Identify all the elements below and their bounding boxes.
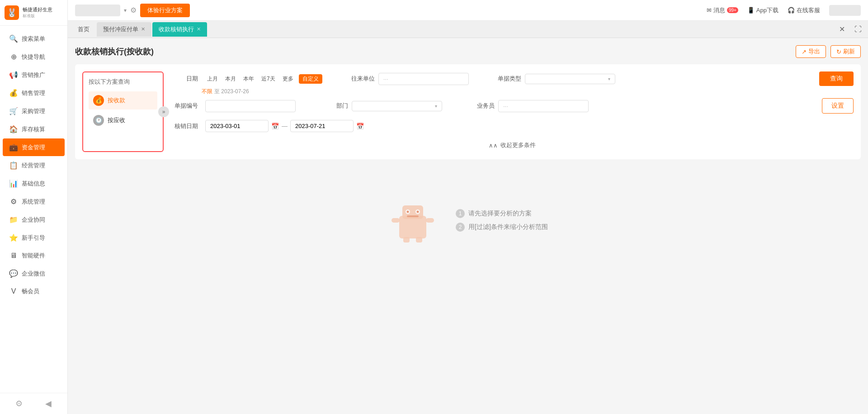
order-number-input[interactable] — [205, 100, 296, 112]
empty-illustration — [388, 195, 438, 245]
order-type-select[interactable]: ▾ — [525, 74, 615, 84]
sidebar-item-quicknav-label: 快捷导航 — [22, 53, 45, 61]
topbar-dropdown-arrow[interactable]: ▾ — [124, 7, 127, 14]
tab-fullscreen-btn[interactable]: ⛶ — [852, 23, 864, 36]
writeoff-end-input[interactable] — [290, 120, 354, 132]
counterpart-group: 往来单位 ··· — [348, 73, 469, 85]
department-select[interactable]: ▾ — [352, 101, 442, 111]
sidebar-collapse-btn[interactable]: ◀ — [42, 397, 55, 410]
settings-button[interactable]: 设置 — [822, 98, 854, 114]
receivable-option-icon: 🕐 — [93, 115, 104, 126]
sidebar-item-operation-label: 经营管理 — [22, 162, 45, 170]
sidebar-item-inventory[interactable]: 🏠 库存核算 — [3, 120, 65, 138]
svg-rect-9 — [403, 237, 410, 243]
sidebar-bottom: ⚙ ◀ — [0, 393, 67, 414]
date-this-month-btn[interactable]: 本月 — [223, 74, 238, 84]
tab-receivable-close[interactable]: ✕ — [197, 26, 201, 32]
date-label: 日期 — [171, 75, 198, 83]
filter-option-receipt-label: 按收款 — [108, 96, 125, 105]
empty-hint-2: 2 用[过滤]条件来缩小分析范围 — [456, 223, 548, 232]
filter-sidebar: 按以下方案查询 💰 按收款 🕐 按应收 » — [82, 71, 164, 152]
filter-option-by-receivable[interactable]: 🕐 按应收 — [89, 111, 157, 129]
refresh-icon: ↻ — [836, 48, 841, 55]
filter-option-by-receipt[interactable]: 💰 按收款 — [89, 91, 157, 109]
filter-sidebar-collapse-btn[interactable]: » — [158, 106, 169, 117]
empty-hint-1: 1 请先选择要分析的方案 — [456, 209, 548, 218]
empty-number-2: 2 — [456, 223, 465, 232]
sidebar-item-basic[interactable]: 📊 基础信息 — [3, 175, 65, 192]
sidebar-item-sales[interactable]: 💰 销售管理 — [3, 84, 65, 102]
page-header: 收款核销执行(按收款) ↗ 导出 ↻ 刷新 — [75, 45, 861, 58]
date-to-text: 至 2023-07-26 — [214, 88, 249, 95]
hardware-icon: 🖥 — [9, 252, 18, 260]
page-content: 收款核销执行(按收款) ↗ 导出 ↻ 刷新 按以下方案查询 💰 按收款 — [68, 38, 868, 414]
sidebar-item-finance[interactable]: 💼 资金管理 — [3, 138, 65, 156]
sidebar-item-system-label: 系统管理 — [22, 198, 45, 206]
writeoff-end-cal-icon[interactable]: 📅 — [356, 123, 364, 130]
sidebar-item-vip[interactable]: V 畅会员 — [3, 283, 65, 300]
tab-prepay-close[interactable]: ✕ — [141, 26, 145, 32]
sidebar-item-enterprise-label: 企业协同 — [22, 216, 45, 224]
tab-close-all-btn[interactable]: ✕ — [835, 23, 848, 36]
sidebar-item-purchase[interactable]: 🛒 采购管理 — [3, 102, 65, 120]
sidebar-item-hardware[interactable]: 🖥 智能硬件 — [3, 247, 65, 264]
message-label: 消息 — [713, 6, 725, 14]
query-button[interactable]: 查询 — [819, 71, 854, 86]
department-arrow: ▾ — [435, 104, 437, 109]
date-last-month-btn[interactable]: 上月 — [205, 74, 220, 84]
page-title: 收款核销执行(按收款) — [75, 46, 154, 57]
tab-prepay[interactable]: 预付冲应付单 ✕ — [97, 22, 151, 37]
logo-text: 畅捷通好生意 — [23, 6, 52, 13]
salesperson-select[interactable]: ··· — [498, 100, 589, 112]
date-group: 上月 本月 本年 近7天 更多 自定义 — [205, 74, 322, 84]
date-custom-btn[interactable]: 自定义 — [299, 74, 322, 84]
writeoff-start-input[interactable] — [205, 120, 269, 132]
writeoff-start-cal-icon[interactable]: 📅 — [271, 123, 279, 130]
writeoff-date-group: 📅 — 📅 — [205, 120, 364, 132]
counterpart-label: 往来单位 — [348, 75, 375, 83]
sidebar-settings-btn[interactable]: ⚙ — [12, 397, 26, 410]
order-type-label: 单据类型 — [494, 75, 521, 83]
system-icon: ⚙ — [9, 197, 18, 206]
collapse-more-label: 收起更多条件 — [500, 141, 536, 149]
app-download-btn[interactable]: 📱 App下载 — [747, 6, 778, 14]
filter-row-2: 单据编号 部门 ▾ 业务员 ··· — [171, 98, 854, 114]
topbar-settings-icon[interactable]: ⚙ — [130, 6, 137, 14]
counterpart-select[interactable]: ··· — [378, 73, 469, 85]
logo-icon: 🐰 — [5, 5, 19, 20]
sidebar-item-operation[interactable]: 📋 经营管理 — [3, 157, 65, 174]
date-this-year-btn[interactable]: 本年 — [241, 74, 256, 84]
sidebar-item-finance-label: 资金管理 — [22, 143, 45, 152]
wechat-icon: 💬 — [9, 269, 18, 278]
refresh-button[interactable]: ↻ 刷新 — [830, 45, 861, 58]
online-service-btn[interactable]: 🎧 在线客服 — [788, 6, 820, 14]
sidebar-item-system[interactable]: ⚙ 系统管理 — [3, 193, 65, 210]
sidebar-item-enterprise[interactable]: 📁 企业协同 — [3, 211, 65, 228]
sidebar-item-guide[interactable]: ⭐ 新手引导 — [3, 229, 65, 247]
writeoff-date-label: 核销日期 — [171, 122, 198, 130]
svg-rect-8 — [426, 218, 434, 223]
enterprise-icon: 📁 — [9, 215, 18, 224]
sidebar-item-wechat[interactable]: 💬 企业微信 — [3, 265, 65, 282]
date-7days-btn[interactable]: 近7天 — [259, 74, 277, 84]
sidebar-item-quicknav[interactable]: ⊕ 快捷导航 — [3, 48, 65, 66]
main-area: ▾ ⚙ 体验行业方案 ✉ 消息 99+ 📱 App下载 🎧 在线客服 首页 — [68, 0, 868, 414]
tab-home[interactable]: 首页 — [71, 22, 96, 37]
empty-svg — [388, 195, 438, 245]
sales-icon: 💰 — [9, 89, 18, 97]
filter-row-1: 日期 上月 本月 本年 近7天 更多 自定义 往来单位 ··· — [171, 71, 854, 86]
collapse-more-btn[interactable]: ∧∧ 收起更多条件 — [171, 138, 854, 152]
svg-rect-10 — [416, 237, 422, 243]
app-icon: 📱 — [747, 7, 755, 14]
sidebar-item-search[interactable]: 🔍 搜索菜单 — [3, 30, 65, 48]
counterpart-dots: ··· — [383, 76, 464, 82]
tab-bar-actions: ✕ ⛶ — [835, 23, 864, 36]
export-button[interactable]: ↗ 导出 — [796, 45, 826, 58]
filter-option-receivable-label: 按应收 — [108, 116, 125, 124]
date-more-btn[interactable]: 更多 — [281, 74, 295, 84]
tab-receivable[interactable]: 收款核销执行 ✕ — [152, 22, 207, 37]
industry-plan-button[interactable]: 体验行业方案 — [140, 4, 190, 17]
topbar-left: ▾ ⚙ 体验行业方案 — [75, 4, 699, 17]
sidebar-item-marketing[interactable]: 📢 营销推广 — [3, 66, 65, 84]
message-btn[interactable]: ✉ 消息 99+ — [707, 6, 738, 14]
